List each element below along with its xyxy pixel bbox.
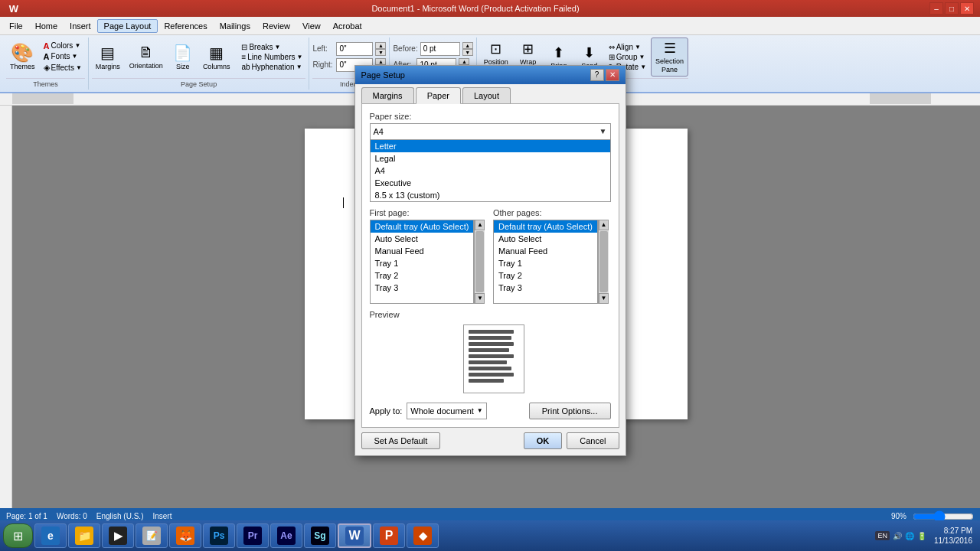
svg-rect-1 (12, 93, 74, 104)
menu-insert[interactable]: Insert (64, 20, 97, 32)
svg-rect-2 (870, 93, 931, 104)
align-button[interactable]: ⇔ Align ▼ (606, 42, 649, 52)
first-page-scrollbar[interactable]: ▲ ▼ (474, 220, 485, 304)
size-button[interactable]: 📄 Size (168, 42, 198, 72)
tab-layout[interactable]: Layout (462, 87, 511, 103)
tray-item-default-tray[interactable]: Default tray (Auto Select) (371, 220, 474, 233)
indent-left-down[interactable]: ▼ (375, 49, 386, 56)
paper-source-section: First page: Default tray (Auto Select) A… (370, 208, 611, 304)
tray-item-manual-feed[interactable]: Manual Feed (371, 245, 474, 257)
taskbar-notepad[interactable]: 📝 (136, 523, 168, 548)
indent-left-up[interactable]: ▲ (375, 42, 386, 49)
taskbar-word-active[interactable]: W (338, 523, 371, 548)
tray-volume-icon[interactable]: 🔊 (893, 532, 902, 540)
spacing-before-down[interactable]: ▼ (462, 49, 473, 56)
start-button[interactable]: ⊞ (3, 523, 33, 548)
other-tray-item-auto[interactable]: Auto Select (494, 233, 597, 245)
taskbar-ps[interactable]: Ps (203, 523, 235, 548)
taskbar-premiere[interactable]: Pr (237, 523, 269, 548)
other-tray-item-tray3[interactable]: Tray 3 (494, 282, 597, 294)
dialog-content: Paper size: A4 ▼ Letter Legal A4 Executi… (361, 103, 619, 428)
other-pages-scrollbar[interactable]: ▲ ▼ (598, 220, 609, 304)
dropdown-custom[interactable]: 8.5 x 13 (custom) (371, 189, 610, 201)
colors-button[interactable]: A Colors ▼ (41, 41, 85, 51)
breaks-button[interactable]: ⊟ Breaks ▼ (238, 42, 305, 52)
themes-button[interactable]: 🎨 Themes (6, 42, 39, 72)
scroll-down-arrow[interactable]: ▼ (475, 293, 485, 304)
tray-battery-icon[interactable]: 🔋 (917, 532, 926, 540)
spacing-before-input[interactable] (420, 42, 460, 56)
taskbar-explorer[interactable]: 📁 (68, 523, 100, 548)
menu-view[interactable]: View (296, 20, 327, 32)
other-tray-item-tray2[interactable]: Tray 2 (494, 269, 597, 282)
colors-dropdown-icon: ▼ (74, 42, 80, 49)
menu-home[interactable]: Home (29, 20, 64, 32)
fonts-button[interactable]: A Fonts ▼ (41, 51, 85, 62)
other-scroll-thumb[interactable] (599, 231, 608, 292)
scroll-up-arrow[interactable]: ▲ (475, 220, 485, 230)
apply-to-select[interactable]: Whole document ▼ (407, 403, 486, 419)
selection-pane-button[interactable]: ☰ SelectionPane (651, 37, 688, 77)
other-tray-item-manual[interactable]: Manual Feed (494, 245, 597, 257)
dialog-close-button[interactable]: ✕ (606, 69, 619, 81)
ok-button[interactable]: OK (524, 432, 563, 449)
minimize-button[interactable]: – (929, 2, 943, 15)
taskbar-ae[interactable]: Ae (270, 523, 302, 548)
tab-paper[interactable]: Paper (416, 87, 461, 104)
dropdown-letter[interactable]: Letter (371, 140, 610, 152)
taskbar-firefox[interactable]: 🦊 (169, 523, 201, 548)
indent-right-up[interactable]: ▲ (375, 58, 386, 65)
columns-button[interactable]: ▦ Columns (199, 42, 234, 72)
dropdown-legal[interactable]: Legal (371, 152, 610, 165)
taskbar-sg[interactable]: Sg (304, 523, 336, 548)
scroll-thumb[interactable] (475, 231, 484, 292)
menu-mailings[interactable]: Mailings (214, 20, 256, 32)
cancel-button[interactable]: Cancel (567, 432, 619, 449)
indent-left-spinner[interactable]: ▲ ▼ (375, 42, 386, 56)
other-tray-item-tray1[interactable]: Tray 1 (494, 257, 597, 269)
set-as-default-button[interactable]: Set As Default (361, 432, 441, 449)
menu-acrobat[interactable]: Acrobat (327, 20, 368, 32)
tray-item-tray3[interactable]: Tray 3 (371, 282, 474, 294)
tray-item-tray1[interactable]: Tray 1 (371, 257, 474, 269)
maximize-button[interactable]: □ (945, 2, 959, 15)
hyphenation-button[interactable]: ab Hyphenation ▼ (238, 62, 305, 72)
menu-page-layout[interactable]: Page Layout (97, 19, 158, 33)
menu-references[interactable]: References (158, 20, 213, 32)
spacing-before-up[interactable]: ▲ (462, 42, 473, 49)
taskbar-other[interactable]: ◆ (407, 523, 439, 548)
window-controls: – □ ✕ (929, 2, 974, 15)
close-button[interactable]: ✕ (960, 2, 974, 15)
tray-network-icon[interactable]: 🌐 (905, 532, 914, 540)
other-tray-item-default[interactable]: Default tray (Auto Select) (494, 220, 597, 233)
tray-item-tray2[interactable]: Tray 2 (371, 269, 474, 282)
margins-button[interactable]: ▤ Margins (92, 42, 124, 72)
size-icon: 📄 (173, 44, 192, 62)
print-options-button[interactable]: Print Options... (529, 403, 611, 419)
dropdown-a4[interactable]: A4 (371, 165, 610, 177)
tab-margins[interactable]: Margins (361, 87, 414, 103)
spacing-before-spinner[interactable]: ▲ ▼ (462, 42, 473, 56)
spacing-after-up[interactable]: ▲ (459, 58, 469, 65)
dropdown-executive[interactable]: Executive (371, 177, 610, 189)
other-scroll-down[interactable]: ▼ (599, 293, 609, 304)
orientation-button[interactable]: 🗎 Orientation (126, 42, 167, 71)
menu-file[interactable]: File (3, 20, 29, 32)
indent-left-input[interactable] (336, 42, 373, 56)
taskbar-ie[interactable]: e (34, 523, 67, 548)
system-clock[interactable]: 8:27 PM 11/13/2016 (929, 526, 977, 546)
menu-review[interactable]: Review (256, 20, 296, 32)
other-scroll-up[interactable]: ▲ (599, 220, 609, 230)
effects-button[interactable]: ◈ Effects ▼ (41, 62, 85, 73)
group-button[interactable]: ⊞ Group ▼ (606, 52, 649, 62)
tray-item-auto-select[interactable]: Auto Select (371, 233, 474, 245)
paper-size-section: Paper size: A4 ▼ Letter Legal A4 Executi… (370, 112, 611, 202)
line-numbers-button[interactable]: ≡ Line Numbers ▼ (238, 52, 305, 62)
margins-icon: ▤ (100, 44, 115, 62)
taskbar-mediaplayer[interactable]: ▶ (102, 523, 134, 548)
tray-keyboard-icon[interactable]: EN (875, 531, 890, 540)
paper-size-select[interactable]: A4 ▼ (370, 123, 611, 140)
dialog-help-button[interactable]: ? (590, 69, 604, 81)
status-language: English (U.S.) (96, 512, 144, 520)
taskbar-ppt[interactable]: P (373, 523, 405, 548)
